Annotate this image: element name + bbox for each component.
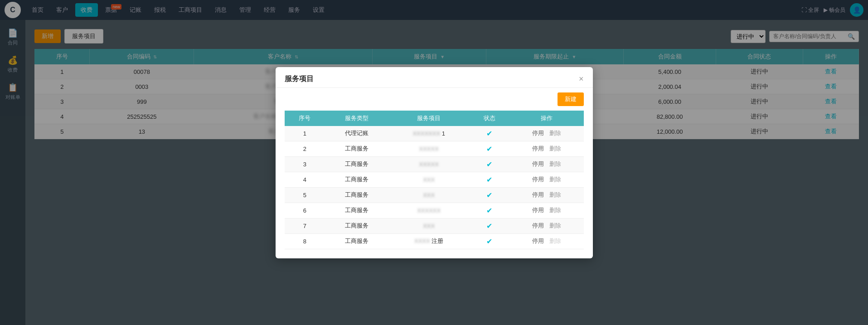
- stop-button[interactable]: 停用: [532, 145, 544, 152]
- modal-table-wrap: 序号 服务类型 服务项目 状态 操作 1 代理记账 XXXXXXX 1 ✔: [276, 111, 593, 258]
- stop-button[interactable]: 停用: [532, 238, 544, 244]
- modal-col-type: 服务类型: [325, 111, 388, 126]
- modal-cell-seq: 5: [285, 187, 325, 203]
- modal-cell-type: 工商服务: [325, 203, 388, 218]
- modal-cell-action: 停用 删除: [510, 218, 584, 233]
- modal-cell-status: ✔: [469, 126, 510, 141]
- modal-cell-type: 工商服务: [325, 187, 388, 203]
- modal-cell-type: 代理记账: [325, 126, 388, 141]
- delete-button[interactable]: 删除: [549, 238, 561, 244]
- modal-cell-item: XXX: [388, 172, 469, 187]
- modal-cell-action: 停用 删除: [510, 233, 584, 249]
- modal-cell-seq: 8: [285, 233, 325, 249]
- modal-cell-type: 工商服务: [325, 156, 388, 172]
- modal-cell-type: 工商服务: [325, 172, 388, 187]
- stop-button[interactable]: 停用: [532, 207, 544, 213]
- modal-table-row: 6 工商服务 XXXXXX ✔ 停用 删除: [285, 203, 584, 218]
- modal-cell-action: 停用 删除: [510, 156, 584, 172]
- modal-cell-seq: 1: [285, 126, 325, 141]
- modal-cell-action: 停用 删除: [510, 126, 584, 141]
- modal-table-row: 8 工商服务 XXXX 注册 ✔ 停用 删除: [285, 233, 584, 249]
- modal-cell-type: 工商服务: [325, 218, 388, 233]
- modal-cell-status: ✔: [469, 203, 510, 218]
- modal-cell-item: XXXXXX: [388, 203, 469, 218]
- modal-table-row: 1 代理记账 XXXXXXX 1 ✔ 停用 删除: [285, 126, 584, 141]
- modal-table-row: 2 工商服务 XXXXX ✔ 停用 删除: [285, 141, 584, 156]
- delete-button[interactable]: 删除: [549, 191, 561, 198]
- modal-toolbar: 新建: [276, 88, 593, 111]
- modal-new-button[interactable]: 新建: [558, 92, 584, 106]
- service-item-modal: 服务项目 × 新建 序号 服务类型 服务项目 状态 操作: [276, 67, 593, 258]
- modal-cell-item: XXX: [388, 187, 469, 203]
- modal-cell-seq: 6: [285, 203, 325, 218]
- modal-cell-seq: 4: [285, 172, 325, 187]
- modal-header: 服务项目 ×: [276, 67, 593, 88]
- stop-button[interactable]: 停用: [532, 191, 544, 198]
- modal-cell-action: 停用 删除: [510, 172, 584, 187]
- stop-button[interactable]: 停用: [532, 130, 544, 136]
- modal-cell-item: XXXXX: [388, 156, 469, 172]
- stop-button[interactable]: 停用: [532, 160, 544, 167]
- modal-cell-seq: 3: [285, 156, 325, 172]
- modal-cell-status: ✔: [469, 172, 510, 187]
- modal-table-row: 5 工商服务 XXX ✔ 停用 删除: [285, 187, 584, 203]
- modal-cell-status: ✔: [469, 187, 510, 203]
- modal-cell-action: 停用 删除: [510, 187, 584, 203]
- modal-cell-type: 工商服务: [325, 233, 388, 249]
- modal-cell-status: ✔: [469, 141, 510, 156]
- service-item-table: 序号 服务类型 服务项目 状态 操作 1 代理记账 XXXXXXX 1 ✔: [285, 111, 584, 249]
- modal-close-button[interactable]: ×: [579, 74, 584, 84]
- modal-table-row: 7 工商服务 XXX ✔ 停用 删除: [285, 218, 584, 233]
- modal-cell-status: ✔: [469, 218, 510, 233]
- modal-col-seq: 序号: [285, 111, 325, 126]
- modal-cell-item: XXXXXXX 1: [388, 126, 469, 141]
- modal-cell-seq: 2: [285, 141, 325, 156]
- stop-button[interactable]: 停用: [532, 176, 544, 183]
- delete-button[interactable]: 删除: [549, 145, 561, 152]
- modal-col-action: 操作: [510, 111, 584, 126]
- delete-button[interactable]: 删除: [549, 207, 561, 213]
- modal-cell-action: 停用 删除: [510, 141, 584, 156]
- modal-cell-action: 停用 删除: [510, 203, 584, 218]
- modal-overlay[interactable]: 服务项目 × 新建 序号 服务类型 服务项目 状态 操作: [0, 0, 868, 325]
- modal-title: 服务项目: [285, 74, 314, 84]
- modal-cell-status: ✔: [469, 156, 510, 172]
- modal-cell-item: XXXX 注册: [388, 233, 469, 249]
- delete-button[interactable]: 删除: [549, 160, 561, 167]
- delete-button[interactable]: 删除: [549, 130, 561, 136]
- modal-cell-item: XXXXX: [388, 141, 469, 156]
- modal-cell-seq: 7: [285, 218, 325, 233]
- delete-button[interactable]: 删除: [549, 176, 561, 183]
- modal-col-status: 状态: [469, 111, 510, 126]
- stop-button[interactable]: 停用: [532, 222, 544, 229]
- modal-cell-status: ✔: [469, 233, 510, 249]
- delete-button[interactable]: 删除: [549, 222, 561, 229]
- modal-cell-item: XXX: [388, 218, 469, 233]
- modal-cell-type: 工商服务: [325, 141, 388, 156]
- modal-col-item: 服务项目: [388, 111, 469, 126]
- modal-table-row: 3 工商服务 XXXXX ✔ 停用 删除: [285, 156, 584, 172]
- modal-table-row: 4 工商服务 XXX ✔ 停用 删除: [285, 172, 584, 187]
